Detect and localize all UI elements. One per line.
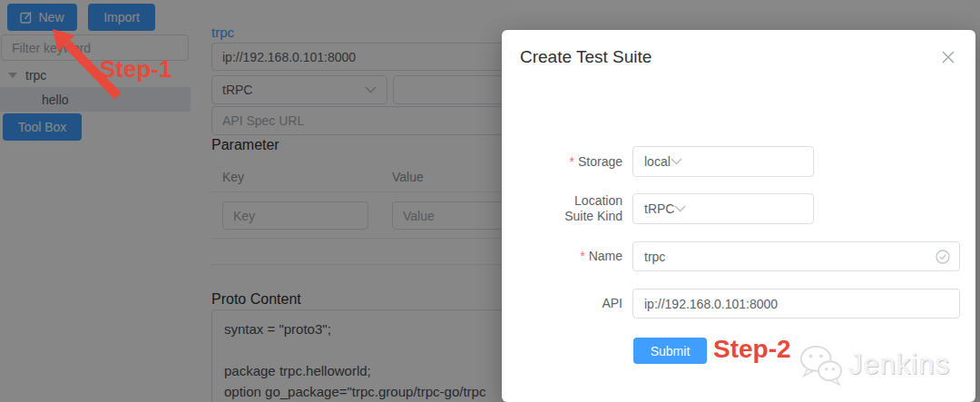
app-root: New Import trpc hello Tool Box trpc tRPC…	[0, 0, 980, 402]
storage-label: * Storage	[502, 154, 622, 170]
submit-button[interactable]: Submit	[633, 338, 707, 364]
name-input[interactable]	[632, 241, 960, 271]
form-row-name: * Name	[502, 241, 975, 271]
required-asterisk: *	[580, 249, 584, 264]
form-row-suite-kind: Location Suite Kind tRPC	[502, 193, 975, 224]
storage-select[interactable]: local	[632, 146, 814, 177]
api-label: API	[502, 296, 622, 311]
name-label: * Name	[502, 249, 622, 264]
check-circle-icon	[936, 250, 950, 264]
chevron-down-icon	[671, 158, 682, 165]
suite-kind-modal-select[interactable]: tRPC	[632, 193, 814, 224]
watermark-brand: Jenkins	[848, 348, 950, 381]
watermark: Jenkins	[798, 344, 950, 386]
required-asterisk: *	[570, 154, 574, 170]
form-row-storage: * Storage local	[502, 146, 975, 177]
form-row-api: API	[502, 289, 975, 319]
storage-select-value: local	[644, 154, 671, 169]
suite-kind-label: Location Suite Kind	[502, 193, 622, 224]
chevron-down-icon	[674, 205, 686, 212]
api-input[interactable]	[632, 289, 960, 319]
suite-kind-modal-select-value: tRPC	[644, 201, 674, 216]
step2-annotation: Step-2	[713, 335, 791, 364]
close-icon[interactable]	[941, 50, 956, 64]
step1-annotation: Step-1	[100, 55, 172, 83]
dialog-title: Create Test Suite	[520, 47, 652, 67]
wechat-icon	[798, 344, 843, 386]
